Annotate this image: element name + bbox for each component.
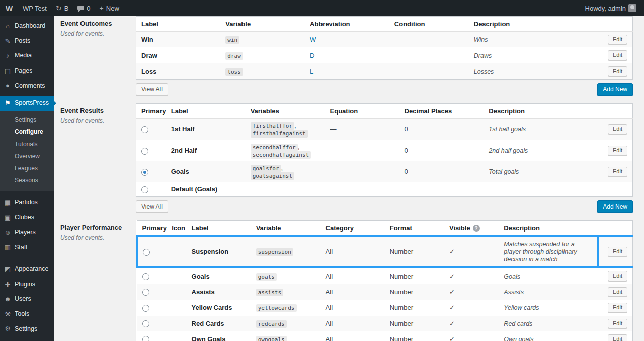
variable-code: suspension [256, 248, 293, 256]
actions-cell: Edit [598, 32, 632, 48]
view-all-button[interactable]: View All [136, 200, 168, 213]
equation-cell [325, 182, 399, 196]
primary-radio[interactable] [142, 289, 149, 296]
icon-cell [167, 267, 186, 284]
avatar [628, 4, 636, 12]
primary-radio[interactable] [142, 336, 149, 341]
sidebar-item-clubes[interactable]: ▣Clubes [0, 210, 54, 225]
variable-code: draw [225, 52, 243, 60]
comments-icon: ● [4, 82, 11, 90]
clubes-icon: ▣ [4, 214, 11, 222]
section-event-outcomes: Event Outcomes Used for events. LabelVar… [60, 16, 633, 96]
label-cell: 1st Half [166, 118, 246, 140]
sidebar-item-pages[interactable]: ▤Pages [0, 63, 54, 79]
sidebar-item-comments[interactable]: ●Comments [0, 78, 54, 93]
updates-count: B [64, 5, 69, 12]
sidebar-item-dashboard[interactable]: ⌂Dashboard [0, 19, 54, 34]
column-header-description: Description [469, 17, 598, 32]
sidebar-subitem-seasons[interactable]: Seasons [0, 174, 54, 186]
variable-code: firsthalffor [251, 122, 294, 130]
primary-radio[interactable] [142, 273, 149, 280]
column-header-category: Category [320, 221, 385, 237]
tools-icon: ⚒ [4, 310, 11, 318]
format-cell-highlighted: Number [385, 236, 444, 267]
sidebar-subitem-configure[interactable]: Configure [0, 126, 54, 138]
abbreviation-link[interactable]: D [310, 52, 314, 59]
edit-button[interactable]: Edit [608, 247, 627, 256]
edit-button[interactable]: Edit [608, 334, 627, 341]
variable-cell: loss [220, 63, 305, 80]
variable-code: yellowcards [256, 304, 297, 312]
add-new-button[interactable]: Add New [597, 200, 633, 213]
edit-button[interactable]: Edit [608, 271, 627, 281]
updates-link[interactable]: ↻ B [51, 0, 73, 16]
decimal-places-cell: 0 [399, 118, 484, 140]
icon-cell [167, 284, 186, 300]
description-cell: Draws [469, 47, 598, 63]
sidebar-subitem-tutorials[interactable]: Tutorials [0, 138, 54, 150]
sidebar-item-posts[interactable]: ✎Posts [0, 34, 54, 49]
actions-cell: Edit [598, 267, 632, 284]
view-all-button[interactable]: View All [136, 83, 168, 96]
edit-button[interactable]: Edit [608, 287, 627, 297]
howdy-account-link[interactable]: Howdy, admin [581, 0, 644, 16]
sidebar-menu-middle: ▦Partidos▣Clubes☺Players▥Staff [0, 193, 54, 257]
new-content-link[interactable]: + New [95, 0, 124, 16]
variables-cell: firsthalffor, firsthalfagainst [246, 118, 325, 140]
edit-button[interactable]: Edit [608, 124, 627, 134]
primary-radio[interactable] [141, 169, 148, 176]
primary-cell [136, 118, 166, 140]
sidebar-item-players[interactable]: ☺Players [0, 225, 54, 240]
primary-radio[interactable] [141, 186, 148, 193]
sidebar-item-label: Partidos [15, 199, 38, 207]
variables-cell: secondhalffor, secondhalfagainst [246, 140, 325, 161]
sidebar-item-sportspress[interactable]: ⚑ SportsPress [0, 96, 54, 111]
icon-cell [167, 300, 186, 315]
sidebar-item-tools[interactable]: ⚒Tools [0, 307, 54, 322]
sidebar-item-settings-general[interactable]: ⚙Settings [0, 321, 54, 336]
primary-radio[interactable] [141, 148, 148, 155]
sidebar-subitem-leagues[interactable]: Leagues [0, 162, 54, 174]
sidebar-item-staff[interactable]: ▥Staff [0, 240, 54, 255]
variable-code: loss [225, 68, 243, 76]
edit-button[interactable]: Edit [608, 303, 627, 312]
help-icon[interactable]: ? [473, 225, 480, 232]
sidebar-menu-top: ⌂Dashboard✎Posts♪Media▤Pages●Comments [0, 16, 54, 96]
sidebar-item-media[interactable]: ♪Media [0, 48, 54, 63]
sidebar-item-appearance[interactable]: ◩Appearance [0, 262, 54, 277]
sidebar-item-partidos[interactable]: ▦Partidos [0, 195, 54, 211]
visible-cell: ✓ [444, 300, 499, 315]
description-cell: Losses [469, 63, 598, 80]
description-cell: 2nd half goals [484, 140, 598, 161]
label-cell: Loss [136, 63, 221, 80]
primary-radio[interactable] [143, 249, 150, 256]
sidebar-subitem-overview[interactable]: Overview [0, 150, 54, 162]
add-new-button[interactable]: Add New [597, 83, 633, 96]
abbreviation-link[interactable]: L [310, 67, 313, 75]
variable-code: secondhalffor [251, 144, 298, 151]
variable-code: redcards [256, 320, 287, 328]
edit-button[interactable]: Edit [608, 35, 627, 44]
column-header-abbreviation: Abbreviation [305, 17, 389, 32]
label-cell: Goals [187, 267, 251, 284]
sidebar-item-plugins[interactable]: ✚Plugins [0, 277, 54, 292]
edit-button[interactable]: Edit [608, 146, 627, 155]
sidebar-subitem-settings[interactable]: Settings [0, 114, 54, 126]
comments-link[interactable]: 0 [73, 0, 95, 16]
wp-logo-menu[interactable]: W [0, 0, 18, 16]
sidebar-item-users[interactable]: ☻Users [0, 292, 54, 307]
primary-radio[interactable] [142, 320, 149, 327]
edit-button[interactable]: Edit [608, 319, 627, 328]
variable-code: owngoals [256, 336, 287, 341]
variable-cell: goals [251, 267, 320, 284]
edit-button[interactable]: Edit [608, 167, 627, 176]
primary-radio[interactable] [141, 126, 148, 133]
edit-button[interactable]: Edit [608, 50, 627, 60]
abbreviation-link[interactable]: W [310, 36, 316, 43]
site-name-link[interactable]: WP Test [18, 0, 51, 16]
settings-general-icon: ⚙ [4, 325, 11, 333]
edit-button[interactable]: Edit [608, 66, 627, 76]
primary-radio[interactable] [142, 305, 149, 312]
sidebar-item-label: Dashboard [15, 22, 45, 30]
column-header-actions [598, 17, 632, 32]
